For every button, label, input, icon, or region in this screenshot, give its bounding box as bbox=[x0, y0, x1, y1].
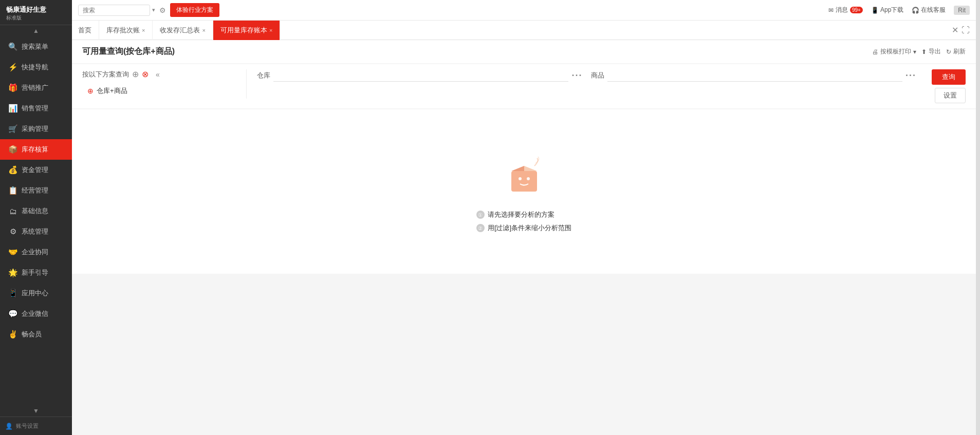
app-download-label: App下载 bbox=[880, 6, 903, 14]
print-template-btn[interactable]: 🖨 按模板打印 ▾ bbox=[872, 47, 916, 56]
sidebar-item-base[interactable]: 🗂基础信息 bbox=[0, 201, 72, 221]
sidebar-item-inventory[interactable]: 📦库存核算 bbox=[0, 139, 72, 160]
online-service-label: 在线客服 bbox=[921, 6, 946, 14]
search-bar: ▾ bbox=[78, 5, 155, 16]
filter-section-label: 按以下方案查询 bbox=[82, 70, 129, 79]
sidebar-item-operation[interactable]: 📋经营管理 bbox=[0, 180, 72, 201]
sidebar-icon-marketing: 🎁 bbox=[8, 83, 17, 92]
sidebar-label-quick-nav: 快捷导航 bbox=[22, 63, 48, 72]
filter-scheme-panel: 按以下方案查询 ⊕ ⊗ « ⊕ 仓库+商品 bbox=[82, 69, 247, 99]
svg-point-3 bbox=[519, 177, 522, 180]
svg-marker-1 bbox=[511, 166, 524, 171]
page-header: 可用量查询(按仓库+商品) 🖨 按模板打印 ▾ ⬆ 导出 ↻ 刷新 bbox=[72, 40, 976, 63]
sidebar-label-operation: 经营管理 bbox=[22, 186, 48, 195]
warehouse-more-icon[interactable]: ··· bbox=[571, 70, 582, 81]
tab-home-label: 首页 bbox=[78, 26, 91, 35]
sidebar: 畅康通好生意 标准版 ▲ 🔍搜索菜单⚡快捷导航🎁营销推广📊销售管理🛒采购管理📦库… bbox=[0, 0, 72, 435]
sidebar-item-app-center[interactable]: 📱应用中心 bbox=[0, 283, 72, 304]
page-title: 可用量查询(按仓库+商品) bbox=[82, 46, 175, 57]
sidebar-menu: 🔍搜索菜单⚡快捷导航🎁营销推广📊销售管理🛒采购管理📦库存核算💰资金管理📋经营管理… bbox=[0, 36, 72, 405]
trial-button[interactable]: 体验行业方案 bbox=[170, 3, 219, 17]
tab-home[interactable]: 首页 bbox=[78, 21, 99, 40]
add-scheme-icon[interactable]: ⊕ bbox=[132, 69, 139, 79]
sidebar-icon-operation: 📋 bbox=[8, 186, 17, 195]
scheme-item-label: 仓库+商品 bbox=[97, 86, 127, 96]
product-more-icon[interactable]: ··· bbox=[905, 70, 916, 81]
product-input[interactable] bbox=[607, 69, 902, 82]
sidebar-label-app-center: 应用中心 bbox=[22, 289, 48, 298]
sidebar-icon-finance: 💰 bbox=[8, 165, 17, 175]
sidebar-icon-app-center: 📱 bbox=[8, 289, 17, 298]
main-area: ▾ ⚙ 体验行业方案 ✉ 消息 99+ 📱 App下载 🎧 在线客服 Rit bbox=[72, 0, 976, 435]
message-area[interactable]: ✉ 消息 99+ bbox=[828, 6, 863, 14]
online-service-btn[interactable]: 🎧 在线客服 bbox=[912, 6, 946, 14]
scheme-item-warehouse-product[interactable]: ⊕ 仓库+商品 bbox=[82, 83, 246, 99]
search-dropdown-icon[interactable]: ▾ bbox=[152, 7, 155, 13]
empty-tip-2: ② 用[过滤]条件来缩小分析范围 bbox=[476, 223, 571, 233]
collapse-btn[interactable]: « bbox=[152, 70, 164, 79]
user-name: Rit bbox=[958, 7, 966, 14]
filter-fields-panel: 仓库 ··· 商品 ··· bbox=[247, 69, 927, 86]
sidebar-logo-sub: 标准版 bbox=[6, 14, 66, 22]
top-header: ▾ ⚙ 体验行业方案 ✉ 消息 99+ 📱 App下载 🎧 在线客服 Rit bbox=[72, 0, 976, 21]
tip-num-1: ① bbox=[476, 211, 485, 219]
sidebar-item-search[interactable]: 🔍搜索菜单 bbox=[0, 36, 72, 57]
app-download-btn[interactable]: 📱 App下载 bbox=[871, 6, 903, 14]
sidebar-label-finance: 资金管理 bbox=[22, 165, 48, 175]
svg-point-4 bbox=[527, 177, 530, 180]
tab-batch-account[interactable]: 库存批次账 × bbox=[99, 21, 153, 40]
tab-batch-account-close[interactable]: × bbox=[142, 27, 145, 33]
sidebar-item-member[interactable]: ✌畅会员 bbox=[0, 324, 72, 345]
tab-available-account-label: 可用量库存账本 bbox=[220, 26, 267, 35]
sidebar-label-enterprise: 企业协同 bbox=[22, 248, 48, 257]
sidebar-scroll-down[interactable]: ▼ bbox=[0, 405, 72, 417]
refresh-btn[interactable]: ↻ 刷新 bbox=[946, 47, 966, 56]
tab-available-account[interactable]: 可用量库存账本 × bbox=[213, 21, 280, 40]
tab-available-account-close[interactable]: × bbox=[269, 27, 272, 33]
empty-illustration bbox=[498, 150, 550, 202]
sidebar-icon-system: ⚙ bbox=[8, 227, 17, 236]
tab-receive-summary[interactable]: 收发存汇总表 × bbox=[153, 21, 213, 40]
sidebar-item-new-user[interactable]: 🌟新手引导 bbox=[0, 262, 72, 283]
sidebar-item-enterprise[interactable]: 🤝企业协同 bbox=[0, 242, 72, 262]
sidebar-icon-enterprise: 🤝 bbox=[8, 248, 17, 257]
sidebar-bottom-icon: 👤 bbox=[5, 423, 13, 430]
sidebar-item-marketing[interactable]: 🎁营销推广 bbox=[0, 78, 72, 98]
settings-button[interactable]: 设置 bbox=[935, 88, 966, 103]
settings-icon[interactable]: ⚙ bbox=[159, 6, 166, 14]
search-input[interactable] bbox=[78, 5, 150, 16]
sidebar-scroll-up[interactable]: ▲ bbox=[0, 25, 72, 36]
query-button[interactable]: 查询 bbox=[932, 69, 966, 85]
filter-label-row: 按以下方案查询 ⊕ ⊗ « bbox=[82, 69, 246, 79]
top-header-right: ✉ 消息 99+ 📱 App下载 🎧 在线客服 Rit bbox=[828, 6, 970, 15]
tab-close-all-btn[interactable]: ✕ bbox=[952, 25, 958, 35]
print-dropdown-icon[interactable]: ▾ bbox=[913, 48, 916, 55]
empty-tips-container: ① 请先选择要分析的方案 ② 用[过滤]条件来缩小分析范围 bbox=[476, 210, 571, 233]
sidebar-label-inventory: 库存核算 bbox=[22, 145, 48, 154]
sidebar-item-purchase[interactable]: 🛒采购管理 bbox=[0, 119, 72, 139]
sidebar-item-quick-nav[interactable]: ⚡快捷导航 bbox=[0, 57, 72, 78]
sidebar-label-search: 搜索菜单 bbox=[22, 42, 48, 51]
sidebar-icon-quick-nav: ⚡ bbox=[8, 63, 17, 72]
sidebar-label-marketing: 营销推广 bbox=[22, 83, 48, 92]
sidebar-item-system[interactable]: ⚙系统管理 bbox=[0, 221, 72, 242]
tab-receive-summary-close[interactable]: × bbox=[202, 27, 205, 33]
right-scrollbar[interactable] bbox=[976, 0, 980, 435]
top-header-left: ▾ ⚙ 体验行业方案 bbox=[78, 3, 219, 17]
sidebar-item-wechat[interactable]: 💬企业微信 bbox=[0, 304, 72, 324]
sidebar-icon-base: 🗂 bbox=[8, 207, 17, 216]
refresh-label: 刷新 bbox=[953, 47, 966, 56]
sidebar-label-new-user: 新手引导 bbox=[22, 268, 48, 277]
warehouse-input[interactable] bbox=[273, 69, 568, 82]
manage-scheme-icon[interactable]: ⊗ bbox=[142, 69, 149, 79]
export-btn[interactable]: ⬆ 导出 bbox=[921, 47, 941, 56]
sidebar-item-finance[interactable]: 💰资金管理 bbox=[0, 160, 72, 180]
export-label: 导出 bbox=[929, 47, 941, 56]
print-icon: 🖨 bbox=[872, 48, 878, 55]
user-avatar[interactable]: Rit bbox=[954, 6, 970, 15]
sidebar-item-sales[interactable]: 📊销售管理 bbox=[0, 98, 72, 119]
sidebar-icon-new-user: 🌟 bbox=[8, 268, 17, 277]
tab-expand-btn[interactable]: ⛶ bbox=[961, 26, 970, 35]
product-field-label: 商品 bbox=[591, 71, 604, 80]
tab-actions: ✕ ⛶ bbox=[952, 25, 970, 35]
